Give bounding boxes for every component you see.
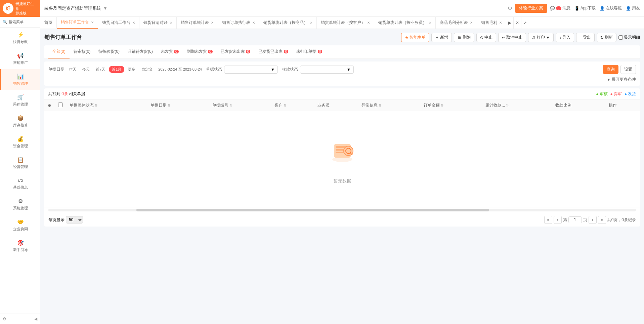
filter-tab-not-printed[interactable]: 未打印单据 0 xyxy=(292,45,326,58)
online-service-action[interactable]: 👤 在线客服 xyxy=(600,5,622,11)
sidebar-item-inventory[interactable]: 📦 库存核算 xyxy=(0,111,40,132)
settings-bottom-icon[interactable]: ⚙ xyxy=(3,317,6,321)
collapse-icon[interactable]: ◀ xyxy=(34,317,37,321)
sidebar-item-quick-nav[interactable]: ⚡ 快捷导航 xyxy=(0,28,40,48)
ship-button[interactable]: ● 发货 xyxy=(625,91,636,97)
sidebar-item-basic[interactable]: 🗂 基础信息 xyxy=(0,173,40,194)
tab-sales-gross[interactable]: 销售毛利 ✕ xyxy=(477,17,506,29)
refresh-button[interactable]: ↻ 刷新 xyxy=(597,33,616,42)
page-number-input[interactable] xyxy=(568,216,582,223)
show-detail-checkbox[interactable]: 显示明细 xyxy=(618,35,640,40)
tab-gross-profit[interactable]: 商品毛利分析表 ✕ xyxy=(436,17,477,29)
tab-sales-by-product[interactable]: 销货单统计表（按商品） ✕ xyxy=(259,17,317,29)
filter-tab-all[interactable]: 全部(0) xyxy=(48,45,70,58)
sidebar-item-marketing[interactable]: 📢 营销推广 xyxy=(0,48,40,69)
tab-close-icon[interactable]: ✕ xyxy=(211,21,214,25)
tab-close-icon[interactable]: ✕ xyxy=(367,21,370,25)
sort-icon[interactable]: ⇅ xyxy=(95,104,97,107)
last-page-button[interactable]: » xyxy=(598,216,606,224)
tab-close-icon[interactable]: ✕ xyxy=(310,21,312,25)
tab-close-icon[interactable]: ✕ xyxy=(470,21,473,25)
sort-icon[interactable]: ⇅ xyxy=(506,104,509,107)
system-dropdown-icon[interactable]: ▼ xyxy=(103,6,108,11)
date-btn-custom[interactable]: 自定义 xyxy=(139,66,155,73)
settings-header-icon[interactable]: ⚙ xyxy=(508,5,512,11)
industry-solution-button[interactable]: 体验行业方案 xyxy=(515,4,547,13)
tab-sales-stats[interactable]: 销售订单统计表 ✕ xyxy=(177,17,218,29)
tab-home[interactable]: 首页 xyxy=(40,17,57,29)
sidebar-item-search[interactable]: 🔍 搜索菜单 xyxy=(0,17,40,28)
date-btn-today[interactable]: 今天 xyxy=(80,66,92,73)
tab-sales-by-staff[interactable]: 销货单统计表（按业务员） ✕ xyxy=(374,17,436,29)
sidebar-item-purchase[interactable]: 🛒 采购管理 xyxy=(0,90,40,111)
date-btn-more[interactable]: 更多 xyxy=(126,66,138,73)
date-btn-yesterday[interactable]: 昨天 xyxy=(67,66,79,73)
status-select[interactable]: ▼ xyxy=(224,66,278,74)
system-name: 装备及固定资产辅助管理系统 ▼ xyxy=(44,5,505,11)
column-settings-icon[interactable]: ⚙ xyxy=(48,103,51,108)
smart-generate-button[interactable]: ★ 智能生单 xyxy=(401,33,429,42)
tab-daily-clear-workbench[interactable]: 钱货日清工作台 ✕ xyxy=(98,17,139,29)
payment-select[interactable]: ▼ xyxy=(300,66,354,74)
sort-icon[interactable]: ⇅ xyxy=(168,104,170,107)
filter-tab-not-shipped[interactable]: 未发货 0 xyxy=(157,45,183,58)
first-page-button[interactable]: « xyxy=(544,216,552,224)
tab-sales-exec[interactable]: 销售订单执行表 ✕ xyxy=(218,17,259,29)
app-download-action[interactable]: 📱 App下载 xyxy=(574,5,596,11)
sort-icon[interactable]: ⇅ xyxy=(284,104,286,107)
next-page-button[interactable]: › xyxy=(589,216,597,224)
expand-conditions-button[interactable]: ▼ 展开更多条件 xyxy=(607,77,636,82)
message-action[interactable]: 💬 6 消息 xyxy=(550,5,570,11)
tab-daily-reconcile[interactable]: 钱货日清对账 ✕ xyxy=(139,17,177,29)
tab-close-icon[interactable]: ✕ xyxy=(252,21,255,25)
sidebar-item-sales[interactable]: 📊 销售管理 xyxy=(0,69,40,90)
export-button[interactable]: ↑ 导出 xyxy=(576,33,595,42)
prev-page-button[interactable]: ‹ xyxy=(554,216,562,224)
scrollbar-thumb[interactable] xyxy=(136,209,489,211)
user-action[interactable]: 👤 用友 xyxy=(626,5,640,11)
th-customer: 客户 ⇅ xyxy=(271,100,314,111)
filter-tab-wangpu[interactable]: 旺铺待发货(0) xyxy=(124,45,157,58)
audit-button[interactable]: ● 审核 xyxy=(596,91,607,97)
tab-sales-order-workbench[interactable]: 销售订单工作台 ✕ xyxy=(57,17,98,29)
sidebar-item-guide[interactable]: 🎯 新手引导 xyxy=(0,236,40,256)
tab-close-icon[interactable]: ✕ xyxy=(91,21,94,24)
filter-tab-pending-audit[interactable]: 待审核(0) xyxy=(70,45,95,58)
tab-more-button[interactable]: ▶ xyxy=(506,17,514,29)
filter-tab-pending-inspect[interactable]: 待拣验货(0) xyxy=(94,45,124,58)
tab-close-icon[interactable]: ✕ xyxy=(429,21,431,25)
print-button[interactable]: 🖨 打印 ▼ xyxy=(528,33,554,42)
sort-icon[interactable]: ⇅ xyxy=(229,104,232,107)
select-all-checkbox[interactable] xyxy=(58,103,63,107)
cancel-audit-button[interactable]: ● 弃审 xyxy=(610,91,622,97)
delete-button[interactable]: 🗑 删除 xyxy=(454,33,474,42)
show-detail-input[interactable] xyxy=(618,35,623,40)
tab-sales-by-customer[interactable]: 销货单统计表（按客户） ✕ xyxy=(317,17,374,29)
filter-tab-shipped-not-out[interactable]: 已发货未出库 0 xyxy=(217,45,255,58)
sort-icon[interactable]: ⇅ xyxy=(379,104,381,107)
query-button[interactable]: 查询 xyxy=(603,65,618,74)
tab-close-icon[interactable]: ✕ xyxy=(499,21,502,25)
sidebar-item-system[interactable]: ⚙ 系统管理 xyxy=(0,194,40,215)
sidebar-item-finance[interactable]: 💰 资金管理 xyxy=(0,132,40,153)
setting-button[interactable]: 设置 xyxy=(620,65,636,74)
sort-icon[interactable]: ⇅ xyxy=(441,104,443,107)
cancel-stop-button[interactable]: ↩ 取消中止 xyxy=(498,33,526,42)
horizontal-scrollbar[interactable] xyxy=(48,209,636,211)
page-size-select[interactable]: 10 20 50 100 xyxy=(66,216,83,224)
sidebar-bottom: ⚙ ◀ xyxy=(0,314,40,324)
tab-close-icon[interactable]: ✕ xyxy=(170,21,172,25)
tab-close-icon[interactable]: ✕ xyxy=(132,21,135,25)
filter-tab-overdue-not-shipped[interactable]: 到期未发货 0 xyxy=(183,45,217,58)
filter-tab-shipped-out[interactable]: 已发货已出库 0 xyxy=(254,45,292,58)
tab-fullscreen-button[interactable]: ⤢ xyxy=(521,17,529,29)
date-btn-1month[interactable]: 近1月 xyxy=(109,66,124,73)
stop-button[interactable]: ⊘ 中止 xyxy=(476,33,496,42)
content-area: 销售订单工作台 ★ 智能生单 ＋ 新增 🗑 删除 ⊘ 中止 xyxy=(40,29,644,324)
date-btn-7days[interactable]: 近7天 xyxy=(93,66,108,73)
tab-close-all-button[interactable]: ✕ xyxy=(514,17,521,29)
add-button[interactable]: ＋ 新增 xyxy=(431,33,452,42)
import-button[interactable]: ↓ 导入 xyxy=(556,33,574,42)
sidebar-item-collab[interactable]: 🤝 企业协同 xyxy=(0,215,40,236)
sidebar-item-operation[interactable]: 📋 经营管理 xyxy=(0,153,40,173)
